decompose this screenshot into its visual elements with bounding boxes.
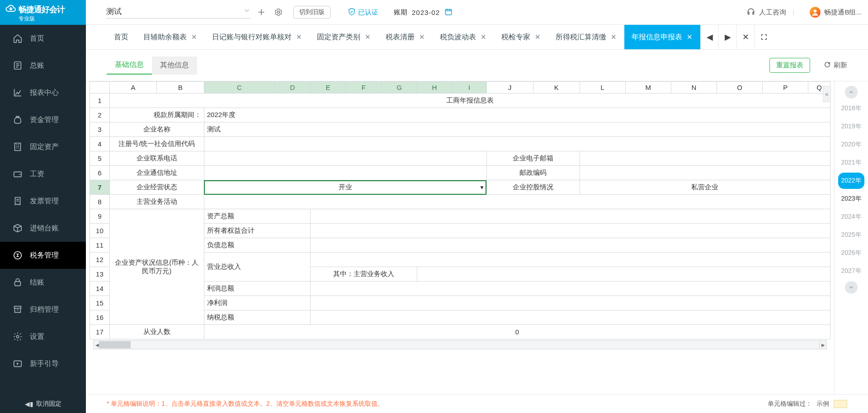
col-header[interactable]: M [625,82,671,94]
row-header[interactable]: 13 [90,267,110,282]
row-header[interactable]: 3 [90,122,110,137]
value-cell[interactable] [310,282,830,296]
row-header[interactable]: 17 [90,325,110,339]
value-cell[interactable] [204,195,830,209]
close-icon[interactable]: ✕ [535,33,541,41]
value-cell[interactable]: 私营企业 [580,180,830,195]
year-option-active[interactable]: 2022年 [838,173,864,189]
year-option[interactable]: 2023年 [835,191,868,207]
col-header[interactable]: P [763,82,808,94]
row-header[interactable]: 7 [90,180,110,195]
row-header[interactable]: 12 [90,253,110,267]
tabs-scroll-left[interactable]: ◀ [700,25,718,49]
nav-reports[interactable]: 报表中心 [0,79,86,106]
sidebar-pin-toggle[interactable]: ◀▮ 取消固定 [0,395,86,413]
value-cell[interactable] [580,151,830,166]
nav-close-books[interactable]: 结账 [0,269,86,296]
period-value-cell[interactable]: 2022年度 [204,108,830,122]
close-icon[interactable]: ✕ [296,33,302,41]
year-option[interactable]: 2019年 [835,118,868,135]
nav-home[interactable]: 首页 [0,25,86,52]
col-header[interactable]: E [310,82,346,94]
value-cell[interactable] [310,238,830,253]
horizontal-scrollbar[interactable]: ◀▶ [93,340,827,349]
col-header[interactable]: L [580,82,625,94]
value-cell[interactable] [310,296,830,310]
row-header[interactable]: 15 [90,296,110,310]
year-rail-collapse[interactable]: « [823,86,831,102]
refresh-button[interactable]: 刷新 [824,61,847,70]
row-header[interactable]: 1 [90,94,110,108]
year-option[interactable]: 2024年 [835,209,868,225]
nav-invoice[interactable]: 发票管理 [0,188,86,215]
reset-report-button[interactable]: 重置报表 [769,58,810,73]
year-option[interactable]: 2026年 [835,245,868,261]
tabs-close-all[interactable]: ✕ [736,25,755,49]
col-header[interactable]: K [533,82,580,94]
row-header[interactable]: 14 [90,282,110,296]
year-scroll-up[interactable] [845,86,858,99]
spreadsheet[interactable]: A B C D E F G H I J K L M N O [90,81,830,394]
col-header[interactable]: C [204,82,275,94]
nav-funds[interactable]: 资金管理 [0,106,86,133]
tab-tax-expert[interactable]: 税检专家✕ [494,25,548,49]
status-dropdown-cell[interactable]: 开业▼ [204,180,486,195]
row-header[interactable]: 6 [90,166,110,180]
value-cell[interactable] [310,209,830,224]
row-header[interactable]: 11 [90,238,110,253]
row-header[interactable]: 5 [90,151,110,166]
value-cell[interactable] [310,253,830,267]
close-icon[interactable]: ✕ [481,33,486,41]
tab-annual-report[interactable]: 年报信息申报表✕ [624,25,700,49]
row-header[interactable]: 10 [90,224,110,238]
nav-ledger[interactable]: 总账 [0,52,86,79]
col-header[interactable]: G [382,82,417,94]
select-all-corner[interactable] [90,82,110,94]
switch-old-version-button[interactable]: 切到旧版 [293,6,330,19]
add-company-button[interactable] [255,5,268,19]
year-option[interactable]: 2020年 [835,136,868,153]
value-cell[interactable]: 0 [204,325,830,339]
value-cell[interactable] [310,224,830,238]
row-header[interactable]: 4 [90,137,110,151]
row-header[interactable]: 8 [90,195,110,209]
subtab-other-info[interactable]: 其他信息 [152,56,197,75]
close-icon[interactable]: ✕ [611,33,617,41]
tab-tax-fluctuation[interactable]: 税负波动表✕ [433,25,494,49]
value-cell[interactable] [204,166,486,180]
row-header[interactable]: 9 [90,209,110,224]
col-header[interactable]: J [486,82,533,94]
col-header[interactable]: I [452,82,487,94]
value-cell[interactable]: 测试 [204,122,830,137]
nav-archive[interactable]: 归档管理 [0,296,86,323]
year-scroll-down[interactable] [845,281,858,294]
close-icon[interactable]: ✕ [365,33,371,41]
user-menu[interactable]: 畅捷通B组... [810,7,862,18]
col-header[interactable]: N [671,82,717,94]
row-header[interactable]: 2 [90,108,110,122]
close-icon[interactable]: ✕ [687,33,693,41]
tab-home[interactable]: 首页 [107,25,136,49]
col-header[interactable]: O [717,82,763,94]
tab-journal-bank[interactable]: 日记账与银行对账单核对✕ [205,25,310,49]
value-cell[interactable] [417,267,830,282]
nav-guide[interactable]: 新手引导 [0,350,86,377]
close-icon[interactable]: ✕ [191,33,197,41]
year-option[interactable]: 2018年 [835,100,868,117]
close-icon[interactable]: ✕ [419,33,425,41]
nav-tax[interactable]: 税务管理 [0,242,86,269]
col-header[interactable]: H [417,82,452,94]
tab-tax-list[interactable]: 税表清册✕ [378,25,433,49]
company-selector[interactable]: 测试 [106,6,251,19]
col-header[interactable]: D [275,82,310,94]
subtab-basic-info[interactable]: 基础信息 [107,56,152,75]
nav-fixed-assets[interactable]: 固定资产 [0,133,86,160]
value-cell[interactable] [204,151,486,166]
year-option[interactable]: 2025年 [835,227,868,243]
nav-settings[interactable]: 设置 [0,323,86,350]
nav-salary[interactable]: 工资 [0,160,86,188]
value-cell[interactable] [580,166,830,180]
year-option[interactable]: 2027年 [835,263,868,279]
tabs-fullscreen[interactable] [755,25,773,49]
year-option[interactable]: 2021年 [835,155,868,171]
